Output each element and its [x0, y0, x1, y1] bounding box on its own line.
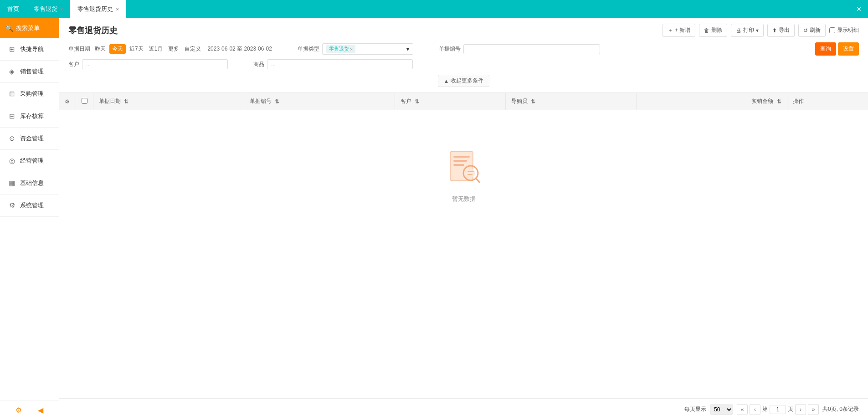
sidebar-item-system[interactable]: ⚙ 系统管理 [0, 195, 59, 217]
date-filter-label: 单据日期 [68, 45, 90, 53]
collapse-label: 收起更多条件 [451, 77, 483, 85]
tab-retail-return-label: 零售退货 [34, 5, 57, 13]
svg-line-6 [476, 178, 479, 182]
next-page-btn[interactable]: › [795, 404, 806, 415]
th-action-label: 操作 [793, 98, 804, 104]
voucher-type-dropdown-icon: ▾ [406, 46, 409, 52]
query-button[interactable]: 查询 [815, 42, 836, 56]
show-detail-checkbox-label[interactable]: 显示明细 [829, 26, 859, 34]
export-button[interactable]: ⬆ 导出 [767, 24, 795, 37]
goods-label: 商品 [253, 61, 264, 68]
th-customer: 客户 ⇅ [395, 93, 505, 110]
tab-home[interactable]: 首页 [0, 0, 26, 18]
settings-label: 设置 [843, 45, 854, 53]
sidebar-item-sales[interactable]: ◈ 销售管理 [0, 61, 59, 83]
delete-button[interactable]: 🗑 删除 [699, 24, 727, 37]
sidebar-item-system-label: 系统管理 [20, 201, 44, 210]
voucher-type-label: 单据类型 [298, 45, 319, 53]
sidebar-item-purchase[interactable]: ⊡ 采购管理 [0, 83, 59, 105]
new-icon: ＋ [668, 26, 673, 34]
per-page-label: 每页显示 [684, 405, 706, 413]
sidebar-item-finance[interactable]: ⊙ 资金管理 [0, 128, 59, 150]
search-icon: 🔍 [5, 25, 13, 32]
sort-amount-icon[interactable]: ⇅ [777, 98, 781, 105]
sidebar-item-basic-info[interactable]: ▦ 基础信息 [0, 172, 59, 195]
page-label: 第 [762, 405, 768, 413]
column-settings-icon[interactable]: ⚙ [65, 98, 70, 105]
page-nav: « ‹ 第 页 › » [737, 404, 819, 415]
finance-icon: ⊙ [7, 134, 16, 143]
sidebar-item-sales-label: 销售管理 [20, 67, 44, 76]
collapse-button[interactable]: ▲ 收起更多条件 [438, 75, 490, 87]
tab-retail-return-close[interactable]: × [60, 6, 63, 12]
window-close-button[interactable]: × [850, 0, 868, 18]
voucher-no-label: 单据编号 [439, 45, 461, 53]
settings-button[interactable]: 设置 [838, 42, 859, 56]
th-amount: 实销金额 ⇅ [636, 93, 787, 110]
date-option-7days[interactable]: 近7天 [128, 44, 145, 54]
voucher-no-input[interactable] [463, 44, 600, 54]
svg-rect-3 [453, 164, 464, 166]
sidebar-item-quick-nav[interactable]: ⊞ 快捷导航 [0, 38, 59, 61]
date-option-more[interactable]: 更多 [166, 44, 181, 54]
print-dropdown-icon: ▾ [756, 27, 759, 34]
customer-label: 客户 [68, 61, 79, 68]
voucher-type-clear[interactable]: × [350, 46, 353, 52]
collapse-sidebar-icon[interactable]: ◀ [38, 406, 43, 415]
empty-text: 暂无数据 [452, 195, 476, 203]
prev-page-btn[interactable]: ‹ [750, 404, 760, 415]
tab-retail-return-history-close[interactable]: × [116, 6, 118, 12]
content-area: 零售退货历史 ＋ + 新增 🗑 删除 🖨 打印 ▾ [59, 18, 868, 420]
th-guide: 导购员 ⇅ [505, 93, 636, 110]
settings-bottom-icon[interactable]: ⚙ [15, 406, 22, 415]
sidebar-bottom: ⚙ ◀ [0, 400, 59, 420]
th-date: 单据日期 ⇅ [93, 93, 244, 110]
new-button[interactable]: ＋ + 新增 [663, 24, 695, 37]
sidebar-item-inventory[interactable]: ⊟ 库存核算 [0, 105, 59, 128]
per-page-select[interactable]: 50 10 20 100 [710, 405, 733, 415]
th-settings[interactable]: ⚙ [59, 93, 76, 110]
print-button[interactable]: 🖨 打印 ▾ [731, 24, 764, 37]
customer-input[interactable]: ... [82, 59, 228, 69]
tab-retail-return-history-label: 零售退货历史 [77, 5, 113, 13]
th-checkbox[interactable] [76, 93, 93, 110]
sidebar-item-operations[interactable]: ◎ 经营管理 [0, 150, 59, 172]
svg-rect-1 [453, 156, 470, 158]
sidebar-search-label: 搜索菜单 [16, 24, 40, 32]
collapse-row: ▲ 收起更多条件 [68, 73, 859, 89]
date-option-yesterday[interactable]: 昨天 [93, 44, 108, 54]
sort-date-icon[interactable]: ⇅ [124, 98, 128, 105]
select-all-checkbox[interactable] [82, 98, 87, 104]
svg-point-5 [466, 169, 475, 178]
last-page-btn[interactable]: » [808, 404, 819, 415]
tab-retail-return[interactable]: 零售退货 × [26, 0, 70, 18]
sidebar-search[interactable]: 🔍 搜索菜单 [0, 18, 59, 38]
new-label: + 新增 [675, 26, 690, 34]
voucher-type-select[interactable]: 零售退货 × ▾ [322, 43, 413, 55]
sort-customer-icon[interactable]: ⇅ [415, 98, 419, 105]
basic-info-icon: ▦ [7, 179, 16, 188]
voucher-type-value: 零售退货 [329, 46, 349, 52]
print-label: 打印 [743, 26, 754, 34]
tab-home-label: 首页 [7, 5, 19, 13]
show-detail-label: 显示明细 [837, 26, 859, 34]
first-page-btn[interactable]: « [737, 404, 748, 415]
show-detail-checkbox[interactable] [829, 27, 835, 33]
sales-icon: ◈ [7, 67, 16, 76]
date-option-today[interactable]: 今天 [109, 44, 126, 54]
sort-no-icon[interactable]: ⇅ [275, 98, 279, 105]
page-number-input[interactable] [770, 405, 786, 414]
sidebar-nav: ⊞ 快捷导航 ◈ 销售管理 ⊡ 采购管理 ⊟ 库存核算 ⊙ 资金管理 ◎ 经营管… [0, 38, 59, 400]
date-option-custom[interactable]: 自定义 [183, 44, 203, 54]
empty-illustration [441, 147, 487, 188]
goods-input[interactable]: ... [267, 59, 413, 69]
date-option-1month[interactable]: 近1月 [147, 44, 165, 54]
sort-guide-icon[interactable]: ⇅ [531, 98, 535, 105]
tab-retail-return-history[interactable]: 零售退货历史 × [70, 0, 126, 18]
date-range-display: 2023-06-02 至 2023-06-02 [207, 45, 272, 53]
filter-row-2: 客户 ... 商品 ... [68, 59, 859, 69]
goods-filter-group: 商品 ... [253, 59, 413, 69]
pagination-bar: 每页显示 50 10 20 100 « ‹ 第 页 › » 共0页, 0条记录 [59, 398, 868, 420]
sidebar: 🔍 搜索菜单 ⊞ 快捷导航 ◈ 销售管理 ⊡ 采购管理 ⊟ 库存核算 ⊙ 资金管 [0, 18, 59, 420]
refresh-button[interactable]: ↺ 刷新 [798, 24, 826, 37]
